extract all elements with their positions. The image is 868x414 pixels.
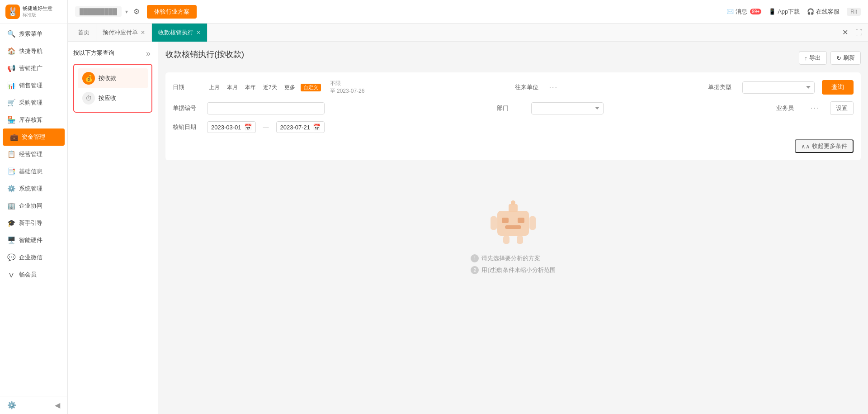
date-7days[interactable]: 近7天: [261, 83, 279, 92]
date-shortcuts: 上月 本月 本年 近7天 更多 自定义: [207, 83, 321, 92]
verify-date-start-field[interactable]: 2023-03-01 📅: [207, 121, 256, 133]
calendar-start-icon[interactable]: 📅: [244, 124, 252, 131]
page-body: 按以下方案查询 » 💰 按收款 ⏱ 按应收 收款核销执行(按收款): [68, 42, 868, 414]
main-area: █████████ ▾ ⚙ 体验行业方案 ✉️ 消息 99+ 📱 App下载 🎧…: [68, 0, 868, 414]
date-more[interactable]: 更多: [283, 83, 297, 92]
filter-receipt-icon: 💰: [82, 72, 95, 85]
brand-placeholder: █████████: [80, 8, 117, 15]
sidebar-item-marketing[interactable]: 📢 营销推广: [0, 60, 67, 77]
sidebar-item-enterprise[interactable]: 🏢 企业协同: [0, 197, 67, 214]
sidebar-item-wechat[interactable]: 💬 企业微信: [0, 249, 67, 266]
svg-rect-3: [505, 225, 521, 229]
settings-footer-icon[interactable]: ⚙️: [7, 401, 16, 409]
date-this-year[interactable]: 本年: [243, 83, 258, 92]
doc-no-input[interactable]: [207, 102, 325, 114]
filter-receipt-label: 按收款: [99, 74, 116, 82]
operations-icon: 📋: [7, 150, 15, 158]
tab-prepay-conflict[interactable]: 预付冲应付单 ✕: [96, 24, 152, 42]
online-service-item[interactable]: 🎧 在线客服: [807, 8, 840, 16]
date-range-separator: —: [263, 124, 269, 131]
chevron-down-icon[interactable]: ▾: [125, 9, 128, 15]
collapse-more-button[interactable]: ∧∧ 收起更多条件: [795, 139, 854, 153]
svg-rect-1: [502, 218, 509, 223]
wechat-icon: 💬: [7, 253, 15, 262]
empty-tip-2: 用[过滤]条件来缩小分析范围: [481, 264, 555, 276]
app-edition: 标准版: [23, 12, 52, 18]
online-service-label: 在线客服: [816, 8, 840, 16]
counterparty-label: 往来单位: [515, 83, 542, 91]
sidebar-item-finance[interactable]: 💼 资金管理: [3, 128, 65, 146]
salesperson-picker-btn[interactable]: ···: [811, 104, 819, 112]
sidebar-item-operations[interactable]: 📋 经营管理: [0, 146, 67, 163]
sidebar-item-smart-hw[interactable]: 🖥️ 智能硬件: [0, 232, 67, 249]
sidebar-item-basic-info[interactable]: 📑 基础信息: [0, 163, 67, 180]
counterparty-picker-btn[interactable]: ···: [549, 83, 558, 91]
date-prev-month[interactable]: 上月: [207, 83, 222, 92]
filter-form: 日期 上月 本月 本年 近7天 更多 自定义 不限 至 2023-07-26: [165, 72, 861, 160]
sidebar-label-enterprise: 企业协同: [19, 202, 42, 210]
svg-rect-8: [503, 236, 509, 244]
expand-tab-btn[interactable]: ⛶: [854, 26, 864, 38]
filter-receivable-label: 按应收: [99, 94, 116, 102]
solution-button[interactable]: 体验行业方案: [147, 5, 197, 19]
doc-type-label: 单据类型: [708, 83, 735, 91]
basic-info-icon: 📑: [7, 167, 15, 176]
gear-icon[interactable]: ⚙: [133, 7, 140, 16]
messages-item[interactable]: ✉️ 消息 99+: [726, 8, 761, 16]
svg-rect-0: [497, 211, 529, 236]
finance-icon: 💼: [10, 133, 18, 141]
tab-receipt-verify[interactable]: 收款核销执行 ✕: [152, 24, 208, 42]
sidebar-label-finance: 资金管理: [22, 133, 45, 141]
guide-icon: 🎓: [7, 219, 15, 227]
sidebar-label-wechat: 企业微信: [19, 253, 42, 262]
filter-option-by-receipt[interactable]: 💰 按收款: [78, 68, 148, 88]
empty-state: 1 请先选择要分析的方案 2 用[过滤]条件来缩小分析范围: [165, 166, 861, 303]
tab-home-label: 首页: [78, 29, 90, 37]
sidebar-item-search[interactable]: 🔍 搜索菜单: [0, 25, 67, 43]
svg-point-5: [511, 200, 515, 205]
verify-date-label: 核销日期: [173, 123, 200, 131]
sidebar-item-member[interactable]: V 畅会员: [0, 266, 67, 283]
department-select[interactable]: [531, 102, 604, 114]
content-area: 收款核销执行(按收款) ↑ 导出 ↻ 刷新 日期: [158, 42, 868, 414]
filter-option-by-receivable[interactable]: ⏱ 按应收: [78, 88, 148, 108]
page-top-actions: ↑ 导出 ↻ 刷新: [799, 51, 861, 65]
enterprise-icon: 🏢: [7, 202, 15, 210]
sidebar-item-purchase[interactable]: 🛒 采购管理: [0, 94, 67, 111]
filter-receivable-icon: ⏱: [82, 92, 95, 105]
sidebar-item-guide[interactable]: 🎓 新手引导: [0, 214, 67, 232]
verify-date-end-field[interactable]: 2023-07-21 📅: [276, 121, 325, 133]
tab-home[interactable]: 首页: [71, 24, 96, 42]
empty-tips: 1 请先选择要分析的方案 2 用[过滤]条件来缩小分析范围: [471, 252, 555, 276]
doc-type-select[interactable]: [742, 81, 815, 94]
app-download-item[interactable]: 📱 App下载: [769, 8, 800, 16]
logo-icon: 🐰: [5, 5, 20, 19]
svg-rect-9: [517, 236, 523, 244]
sidebar-label-basic-info: 基础信息: [19, 167, 42, 176]
tab-receipt-close-icon[interactable]: ✕: [196, 29, 201, 36]
calendar-end-icon[interactable]: 📅: [313, 124, 321, 131]
user-avatar[interactable]: Rit: [847, 8, 861, 16]
doc-no-label: 单据编号: [173, 104, 200, 112]
tab-bar-actions: ✕ ⛶: [840, 26, 864, 38]
sidebar-item-sales[interactable]: 📊 销售管理: [0, 77, 67, 94]
search-icon: 🔍: [7, 30, 15, 38]
top-header: █████████ ▾ ⚙ 体验行业方案 ✉️ 消息 99+ 📱 App下载 🎧…: [68, 0, 868, 24]
sidebar-label-shortcuts: 快捷导航: [19, 47, 42, 55]
sidebar-item-inventory[interactable]: 🏪 库存核算: [0, 111, 67, 128]
collapse-sidebar-icon[interactable]: ◀: [55, 401, 60, 409]
filter-sidebar-collapse-icon[interactable]: »: [144, 47, 152, 60]
sidebar-item-shortcuts[interactable]: 🏠 快捷导航: [0, 43, 67, 60]
query-button[interactable]: 查询: [822, 80, 854, 95]
refresh-button[interactable]: ↻ 刷新: [830, 51, 861, 65]
tab-prepay-close-icon[interactable]: ✕: [141, 29, 145, 36]
export-button[interactable]: ↑ 导出: [799, 51, 827, 65]
date-this-month[interactable]: 本月: [225, 83, 240, 92]
close-tab-btn[interactable]: ✕: [840, 26, 850, 38]
sidebar-label-member: 畅会员: [19, 271, 37, 279]
svg-rect-7: [529, 216, 536, 230]
date-custom-tag[interactable]: 自定义: [301, 84, 321, 91]
sidebar-item-system[interactable]: ⚙️ 系统管理: [0, 180, 67, 197]
settings-button[interactable]: 设置: [830, 101, 854, 115]
member-icon: V: [7, 271, 15, 279]
